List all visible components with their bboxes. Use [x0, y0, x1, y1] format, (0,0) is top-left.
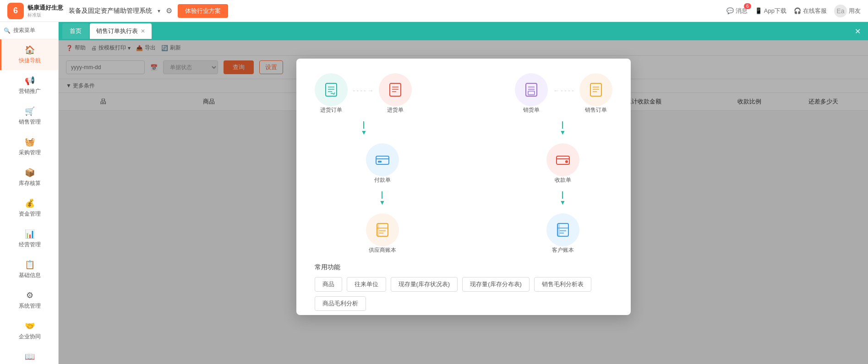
spacer-g — [399, 191, 546, 206]
enterprise-icon: 🤝 — [25, 321, 35, 331]
logo-icon: 6 — [7, 3, 24, 19]
svg-rect-26 — [377, 223, 379, 236]
avatar: Ea — [834, 5, 847, 17]
svg-rect-16 — [376, 156, 389, 164]
app-icon: 📱 — [755, 7, 762, 14]
top-right: 💬 消息 6 📱 App下载 🎧 在线客服 Ea 用友 — [726, 5, 861, 17]
dropdown-button[interactable]: ▾ — [158, 8, 160, 14]
arrow-down-payment: ▼ — [366, 191, 399, 206]
svg-rect-31 — [557, 223, 560, 236]
search-menu[interactable]: 🔍 搜索菜单 — [0, 22, 58, 39]
sidebar-item-inventory[interactable]: 📦 库存核算 — [0, 162, 58, 193]
sidebar-item-label-operation: 经营管理 — [19, 241, 41, 249]
receipt-circle — [546, 143, 579, 176]
payment-label: 付款单 — [374, 176, 391, 184]
sidebar-item-sales[interactable]: 🛒 销售管理 — [0, 101, 58, 131]
app-download-item[interactable]: 📱 App下载 — [755, 7, 786, 15]
sidebar-item-label-sales: 销售管理 — [19, 118, 41, 126]
common-functions: 常用功能 商品 往来单位 现存量(库存状况表) 现存量(库存分布表) 销售毛利分… — [315, 263, 612, 315]
sidebar-item-operation[interactable]: 📊 经营管理 — [0, 223, 58, 254]
func-btn-partners[interactable]: 往来单位 — [347, 277, 386, 292]
purchase-order-label: 进货订单 — [320, 106, 342, 114]
sidebar-item-label-basic-info: 基础信息 — [19, 272, 41, 279]
marketing-icon: 📢 — [25, 76, 35, 86]
content-body: ❓ 帮助 🖨 按模板打印 ▾ 📤 导出 🔄 刷新 — [59, 40, 868, 364]
customer-ledger-label: 客户账本 — [552, 246, 574, 254]
customer-ledger-circle — [546, 213, 579, 246]
sidebar-item-label-quick-nav: 快捷导航 — [19, 57, 41, 65]
sidebar-item-label-purchase: 采购管理 — [19, 149, 41, 157]
flow-row-4: ▼ ▼ — [315, 191, 612, 206]
sidebar-item-enterprise[interactable]: 🤝 企业协同 — [0, 315, 58, 346]
tab-sales-order-label: 销售订单执行表 — [96, 27, 138, 35]
sidebar: 🔍 搜索菜单 🏠 快捷导航 📢 营销推广 🛒 销售管理 🧺 采购管理 📦 — [0, 22, 59, 364]
flow-row-3: 付款单 收款单 — [315, 143, 612, 184]
sales-order-circle — [579, 73, 612, 106]
sidebar-item-marketing[interactable]: 📢 营销推广 — [0, 70, 58, 101]
sidebar-item-finance[interactable]: 💰 资金管理 — [0, 193, 58, 223]
flow-node-purchase-bill[interactable]: 进货单 — [379, 73, 412, 114]
flow-node-purchase-order[interactable]: 进货订单 — [315, 73, 348, 114]
func-btn-goods-profit[interactable]: 商品毛利分析 — [315, 296, 366, 311]
search-icon: 🔍 — [4, 27, 11, 34]
tab-sales-order[interactable]: 销售订单执行表 ✕ — [90, 23, 152, 39]
user-item[interactable]: Ea 用友 — [834, 5, 861, 17]
flow-row-1: 进货订单 - - - - → 进货单 — [315, 73, 612, 114]
sidebar-item-label-marketing: 营销推广 — [19, 87, 41, 95]
tab-bar-close-icon[interactable]: ✕ — [851, 27, 864, 36]
sidebar-item-basic-info[interactable]: 📋 基础信息 — [0, 254, 58, 285]
spacer-e — [315, 191, 348, 206]
arrow-purchase-to-bill: - - - - → — [348, 87, 379, 105]
online-service-item[interactable]: 🎧 在线客服 — [794, 7, 827, 15]
flow-node-supplier-ledger[interactable]: 供应商账本 — [366, 213, 399, 254]
arrow-down-sales: ▼ — [546, 121, 579, 136]
supplier-ledger-label: 供应商账本 — [369, 246, 396, 254]
common-functions-title: 常用功能 — [315, 263, 612, 272]
svg-rect-11 — [528, 91, 535, 95]
svg-rect-4 — [390, 83, 401, 96]
purchase-bill-label: 进货单 — [387, 106, 404, 114]
func-btn-stock-status[interactable]: 现存量(库存状况表) — [391, 277, 458, 292]
experience-button[interactable]: 体验行业方案 — [178, 4, 228, 18]
message-item[interactable]: 💬 消息 6 — [726, 7, 748, 15]
sidebar-item-label-system: 系统管理 — [19, 302, 41, 310]
spacer-2 — [381, 121, 546, 136]
spacer-f — [348, 191, 366, 206]
arrow-sales-order-to-bill: ← - - - - — [548, 87, 579, 105]
svg-rect-18 — [378, 161, 382, 163]
tab-home[interactable]: 首页 — [62, 23, 89, 39]
sidebar-item-system[interactable]: ⚙ 系统管理 — [0, 285, 58, 315]
logo-area: 6 畅康通好生意 标准版 — [7, 3, 63, 19]
flow-modal: 进货订单 - - - - → 进货单 — [296, 59, 631, 315]
sidebar-item-purchase[interactable]: 🧺 采购管理 — [0, 131, 58, 162]
func-btn-goods[interactable]: 商品 — [315, 277, 342, 292]
app-container: 6 畅康通好生意 标准版 装备及固定资产辅助管理系统 ▾ ⚙ 体验行业方案 💬 … — [0, 0, 868, 364]
tab-close-button[interactable]: ✕ — [141, 28, 145, 34]
sidebar-item-guide[interactable]: 📖 新手引导 — [0, 346, 58, 364]
message-icon: 💬 — [726, 7, 734, 14]
spacer-h — [579, 191, 612, 206]
content-area: 首页 销售订单执行表 ✕ ✕ ❓ 帮助 🖨 按模板打印 — [59, 22, 868, 364]
func-btn-stock-dist[interactable]: 现存量(库存分布表) — [462, 277, 530, 292]
supplier-ledger-circle — [366, 213, 399, 246]
flow-node-payment[interactable]: 付款单 — [366, 143, 399, 184]
finance-icon: 💰 — [25, 198, 35, 208]
svg-point-21 — [565, 160, 568, 163]
flow-node-sales-order[interactable]: 销售订单 — [579, 73, 612, 114]
top-bar: 6 畅康通好生意 标准版 装备及固定资产辅助管理系统 ▾ ⚙ 体验行业方案 💬 … — [0, 0, 868, 22]
logo-text: 畅康通好生意 标准版 — [27, 4, 63, 18]
func-btn-sales-profit[interactable]: 销售毛利分析表 — [534, 277, 591, 292]
flow-node-sales-bill[interactable]: 销货单 — [515, 73, 548, 114]
flow-node-customer-ledger[interactable]: 客户账本 — [546, 213, 579, 254]
flow-node-receipt[interactable]: 收款单 — [546, 143, 579, 184]
purchase-bill-circle — [379, 73, 412, 106]
sidebar-item-quick-nav[interactable]: 🏠 快捷导航 — [0, 39, 58, 70]
flow-row-5: 供应商账本 客户账本 — [315, 213, 612, 254]
svg-rect-19 — [557, 156, 569, 164]
settings-button[interactable]: ⚙ — [166, 6, 172, 15]
purchase-order-circle — [315, 73, 348, 106]
sidebar-item-label-enterprise: 企业协同 — [19, 333, 41, 341]
receipt-label: 收款单 — [555, 176, 571, 184]
spacer-3 — [579, 121, 612, 136]
flow-row-2: ▼ ▼ — [315, 121, 612, 136]
